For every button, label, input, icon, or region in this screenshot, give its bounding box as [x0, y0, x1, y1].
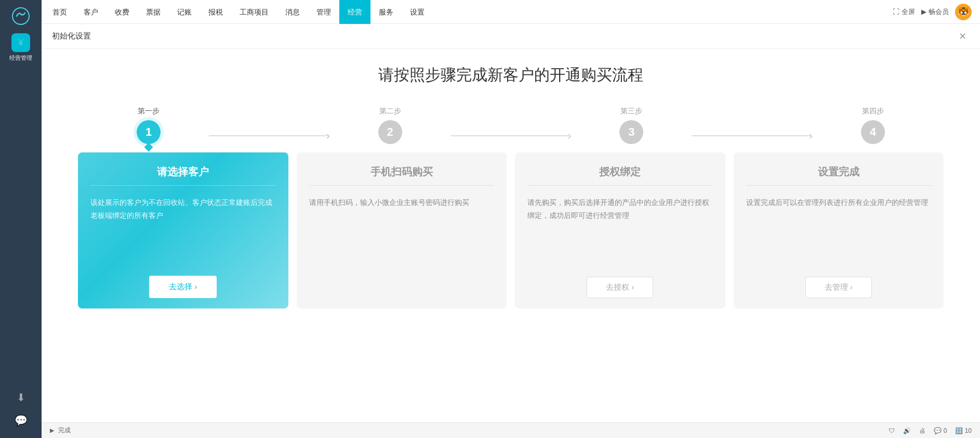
content-header: 初始化设置 ✕ — [42, 24, 980, 49]
step1-card-title: 请选择客户 — [90, 165, 276, 186]
main-area: 初始化设置 ✕ 请按照步骤完成新客户的开通购买流程 第一步 1 › — [42, 24, 980, 438]
step4-label: 第四步 — [862, 107, 884, 116]
nav-tax[interactable]: 报税 — [200, 0, 231, 24]
status-label: 完成 — [58, 426, 71, 435]
step3-btn-area: 去授权 › — [527, 277, 713, 298]
volume-icon: 🔊 — [903, 427, 911, 434]
step2-label: 第二步 — [379, 107, 401, 116]
step2-card-title: 手机扫码购买 — [309, 165, 495, 186]
sidebar-logo — [8, 4, 34, 28]
chat-icon[interactable]: 💬 — [11, 411, 30, 430]
top-nav: 首页 客户 收费 票据 记账 报税 工商项目 消息 管理 经营 服务 设置 ⛶ … — [0, 0, 980, 24]
sidebar: ¥ 经营管理 ⬇ 💬 — [0, 0, 42, 438]
step2-header: 第二步 2 — [330, 107, 451, 144]
vip-icon: ▶ — [921, 8, 926, 16]
step4-card: 设置完成 设置完成后可以在管理列表进行所有企业用户的经营管理 去管理 › — [734, 152, 944, 308]
sidebar-bottom: ⬇ 💬 — [0, 388, 42, 438]
step3-card-title: 授权绑定 — [527, 165, 713, 186]
step4-card-desc: 设置完成后可以在管理列表进行所有企业用户的经营管理 — [746, 196, 932, 261]
page-title: 初始化设置 — [52, 31, 91, 41]
step1-card: 请选择客户 该处展示的客户为不在回收站、客户状态正常建账后完成老板端绑定的所有客… — [78, 152, 288, 308]
content-body: 请按照步骤完成新客户的开通购买流程 第一步 1 › 第二步 — [42, 49, 980, 324]
nav-operation[interactable]: 经营 — [339, 0, 370, 24]
step4-btn-area: 去管理 › — [746, 277, 932, 298]
step2-card: 手机扫码购买 请用手机扫码，输入小微企业主账号密码进行购买 — [297, 152, 507, 308]
status-right-icons: 🛡 🔊 🖨 💬 0 🔢 10 — [889, 427, 972, 434]
step2-card-desc: 请用手机扫码，输入小微企业主账号密码进行购买 — [309, 196, 495, 282]
nav-accounting[interactable]: 记账 — [169, 0, 200, 24]
vip-btn[interactable]: ▶ 畅会员 — [921, 7, 949, 17]
nav-fees[interactable]: 收费 — [107, 0, 138, 24]
cards-row: 请选择客户 该处展示的客户为不在回收站、客户状态正常建账后完成老板端绑定的所有客… — [73, 152, 949, 308]
step3-circle: 3 — [619, 120, 643, 144]
connector-3-4: › — [692, 107, 812, 141]
nav-settings[interactable]: 设置 — [402, 0, 433, 24]
nav-service[interactable]: 服务 — [370, 0, 402, 24]
fullscreen-icon: ⛶ — [893, 8, 899, 16]
nav-right: ⛶ 全屏 ▶ 畅会员 🐯 — [893, 4, 980, 20]
svg-point-0 — [12, 8, 29, 24]
connector-2-3: › — [451, 107, 571, 141]
nav-manage[interactable]: 管理 — [308, 0, 339, 24]
step4-card-title: 设置完成 — [746, 165, 932, 186]
status-play-icon: ▶ — [50, 427, 54, 434]
step1-card-desc: 该处展示的客户为不在回收站、客户状态正常建账后完成老板端绑定的所有客户 — [90, 196, 276, 260]
step3-card-desc: 请先购买，购买后选择开通的产品中的企业用户进行授权绑定，成功后即可进行经营管理 — [527, 196, 713, 261]
print-icon: 🖨 — [919, 427, 925, 434]
shield-icon: 🛡 — [889, 427, 895, 434]
fullscreen-btn[interactable]: ⛶ 全屏 — [893, 7, 915, 17]
step3-label: 第三步 — [620, 107, 642, 116]
number-icon: 🔢 10 — [955, 427, 972, 434]
step1-label: 第一步 — [138, 107, 160, 116]
step1-btn-area: 去选择 › — [90, 276, 276, 298]
step3-header: 第三步 3 — [571, 107, 692, 144]
nav-home[interactable]: 首页 — [44, 0, 75, 24]
management-icon: ¥ — [11, 33, 30, 52]
step4-circle: 4 — [861, 120, 885, 144]
download-icon[interactable]: ⬇ — [11, 388, 30, 407]
sidebar-item-management[interactable]: ¥ 经营管理 — [0, 28, 42, 67]
main-title: 请按照步骤完成新客户的开通购买流程 — [73, 65, 949, 86]
step1-action-button[interactable]: 去选择 › — [149, 276, 217, 298]
nav-bills[interactable]: 票据 — [138, 0, 169, 24]
close-button[interactable]: ✕ — [955, 29, 970, 44]
user-avatar[interactable]: 🐯 — [955, 4, 972, 20]
step4-header: 第四步 4 — [813, 107, 933, 144]
step1-circle: 1 — [137, 120, 161, 144]
step3-action-button[interactable]: 去授权 › — [587, 277, 653, 298]
nav-client[interactable]: 客户 — [75, 0, 107, 24]
nav-business[interactable]: 工商项目 — [231, 0, 277, 24]
nav-message[interactable]: 消息 — [277, 0, 308, 24]
step2-circle: 2 — [378, 120, 402, 144]
connector-1-2: › — [209, 107, 329, 141]
status-bar: ▶ 完成 🛡 🔊 🖨 💬 0 🔢 10 — [42, 422, 980, 438]
step4-action-button[interactable]: 去管理 › — [805, 277, 872, 298]
message-icon: 💬 0 — [934, 427, 947, 434]
step1-header: 第一步 1 — [88, 107, 209, 144]
step3-card: 授权绑定 请先购买，购买后选择开通的产品中的企业用户进行授权绑定，成功后即可进行… — [515, 152, 725, 308]
